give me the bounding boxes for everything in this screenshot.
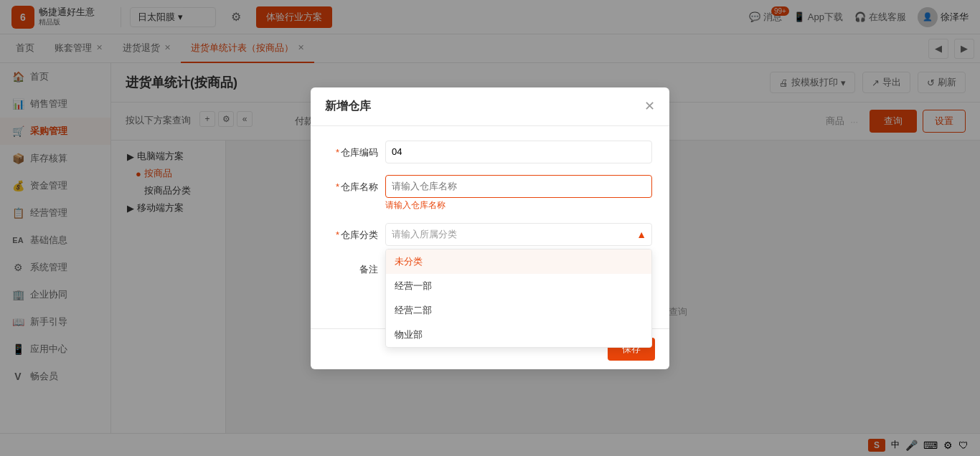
modal-header: 新增仓库 ✕ (311, 87, 669, 126)
modal-close-button[interactable]: ✕ (644, 100, 655, 113)
dropdown-item-unclassified[interactable]: 未分类 (386, 250, 651, 274)
category-dropdown: 未分类 经营一部 经营二部 物业部 (385, 249, 652, 348)
warehouse-code-input[interactable] (385, 141, 652, 163)
dropdown-item-property[interactable]: 物业部 (386, 323, 651, 347)
warehouse-code-row: 仓库编码 (328, 141, 652, 163)
warehouse-category-input[interactable]: 请输入所属分类 (385, 223, 652, 246)
warehouse-name-label: 仓库名称 (328, 175, 378, 194)
modal-backdrop: 新增仓库 ✕ 仓库编码 仓库名称 请输入仓库名称 仓库分类 (0, 0, 980, 456)
add-warehouse-dialog: 新增仓库 ✕ 仓库编码 仓库名称 请输入仓库名称 仓库分类 (311, 87, 669, 369)
modal-body: 仓库编码 仓库名称 请输入仓库名称 仓库分类 请输入所属分类 (311, 126, 669, 328)
dropdown-item-ops2[interactable]: 经营二部 (386, 298, 651, 323)
modal-title: 新增仓库 (325, 99, 371, 114)
warehouse-code-wrap (385, 141, 652, 163)
warehouse-note-label: 备注 (328, 257, 378, 276)
warehouse-name-wrap: 请输入仓库名称 (385, 175, 652, 212)
dropdown-item-ops1[interactable]: 经营一部 (386, 274, 651, 298)
warehouse-name-error: 请输入仓库名称 (385, 199, 652, 212)
warehouse-name-row: 仓库名称 请输入仓库名称 (328, 175, 652, 212)
warehouse-code-label: 仓库编码 (328, 141, 378, 159)
warehouse-name-input[interactable] (385, 175, 652, 198)
warehouse-category-label: 仓库分类 (328, 223, 378, 242)
warehouse-category-wrap: 请输入所属分类 ▲ 未分类 经营一部 经营二部 物业部 (385, 223, 652, 246)
warehouse-category-row: 仓库分类 请输入所属分类 ▲ 未分类 经营一部 经营二部 物业部 (328, 223, 652, 246)
